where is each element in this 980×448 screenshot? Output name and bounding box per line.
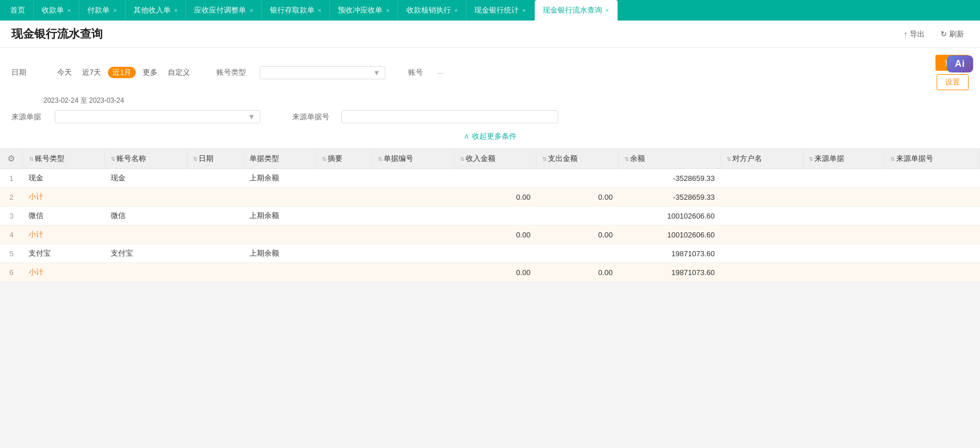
- nav-receipt[interactable]: 收款单 ×: [34, 0, 79, 21]
- nav-advance[interactable]: 预收冲应收单 ×: [330, 0, 398, 21]
- sort-icon: ⇅: [193, 156, 197, 162]
- cell-balance: 19871073.60: [618, 263, 720, 282]
- sort-icon: ⇅: [322, 156, 326, 162]
- cell-doc_type: [244, 225, 316, 244]
- sort-icon: ⇅: [378, 156, 382, 162]
- cell-summary: [316, 263, 372, 282]
- export-button[interactable]: ↑ 导出: [900, 27, 930, 42]
- cell-source_doc: [802, 169, 885, 188]
- cell-account_type: 小计: [23, 263, 105, 282]
- cell-doc_no: [372, 169, 454, 188]
- cell-doc_type: 上期余额: [244, 207, 316, 225]
- account-type-select[interactable]: ▼: [260, 66, 385, 79]
- cell-date: [187, 263, 244, 282]
- cell-source_doc: [802, 263, 885, 282]
- sort-icon: ⇅: [727, 156, 731, 162]
- cell-balance: 100102606.60: [618, 207, 720, 225]
- th-date[interactable]: ⇅日期: [187, 149, 244, 169]
- cell-counterpart: [720, 244, 802, 263]
- cell-date: [187, 244, 244, 263]
- ai-badge[interactable]: Ai: [947, 55, 973, 72]
- close-icon[interactable]: ×: [386, 7, 389, 14]
- sort-icon: ⇅: [29, 156, 34, 162]
- th-income[interactable]: ⇅收入金额: [454, 149, 537, 169]
- date-yesterday[interactable]: [43, 72, 50, 73]
- cell-income: 0.00: [454, 225, 537, 244]
- account-dots[interactable]: ···: [434, 68, 445, 77]
- cell-source_doc: [802, 244, 885, 263]
- date-more[interactable]: 更多: [139, 67, 161, 78]
- th-source-doc-no[interactable]: ⇅来源单据号: [885, 149, 980, 169]
- nav-payment[interactable]: 付款单 ×: [79, 0, 125, 21]
- th-balance[interactable]: ⇅余额: [618, 149, 720, 169]
- cell-doc_type: 上期余额: [244, 244, 316, 263]
- close-icon[interactable]: ×: [113, 7, 116, 14]
- nav-cash-flow[interactable]: 现金银行流水查询 ×: [535, 0, 618, 21]
- cell-summary: [316, 207, 372, 225]
- top-navigation: 首页 收款单 × 付款单 × 其他收入单 × 应收应付调整单 × 银行存取款单 …: [0, 0, 980, 21]
- th-doc-no[interactable]: ⇅单据编号: [372, 149, 454, 169]
- cell-source_doc_no: [885, 244, 980, 263]
- refresh-icon: ↻: [941, 30, 947, 38]
- cell-source_doc_no: [885, 169, 980, 188]
- sort-icon: ⇅: [111, 156, 115, 162]
- row-number: 5: [0, 244, 23, 263]
- filter-area: 日期 今天 近7天 近1月 更多 自定义 账号类型 ▼ 账号 ··· 查询 设置: [0, 48, 980, 149]
- cell-doc_type: [244, 188, 316, 207]
- cell-summary: [316, 225, 372, 244]
- nav-writeoff[interactable]: 收款核销执行 ×: [398, 0, 466, 21]
- source-doc-no-label: 来源单据号: [292, 112, 332, 122]
- th-source-doc[interactable]: ⇅来源单据: [802, 149, 885, 169]
- nav-cash-stats[interactable]: 现金银行统计 ×: [466, 0, 534, 21]
- th-doc-type[interactable]: 单据类型: [244, 149, 316, 169]
- close-icon[interactable]: ×: [522, 7, 526, 14]
- close-icon[interactable]: ×: [249, 7, 253, 14]
- nav-other-income[interactable]: 其他收入单 ×: [126, 0, 186, 21]
- nav-adjustment[interactable]: 应收应付调整单 ×: [186, 0, 261, 21]
- close-icon[interactable]: ×: [67, 7, 71, 14]
- row-number: 3: [0, 207, 23, 225]
- cell-account_name: [105, 225, 187, 244]
- cell-source_doc: [802, 188, 885, 207]
- th-account-type[interactable]: ⇅账号类型: [23, 149, 105, 169]
- cell-expense: 0.00: [537, 188, 619, 207]
- cell-doc_no: [372, 225, 454, 244]
- sort-icon: ⇅: [624, 156, 629, 162]
- th-summary[interactable]: ⇅摘要: [316, 149, 372, 169]
- nav-home[interactable]: 首页: [2, 0, 34, 21]
- nav-bank-deposit[interactable]: 银行存取款单 ×: [262, 0, 330, 21]
- cell-account_name: [105, 188, 187, 207]
- sort-icon: ⇅: [542, 156, 547, 162]
- source-doc-no-input[interactable]: [341, 110, 558, 123]
- date-1month[interactable]: 近1月: [108, 67, 136, 78]
- cell-account_type: 小计: [23, 225, 105, 244]
- close-icon[interactable]: ×: [318, 7, 321, 14]
- settings-button[interactable]: 设置: [937, 74, 969, 90]
- source-doc-select[interactable]: ▼: [55, 110, 260, 123]
- cell-source_doc: [802, 225, 885, 244]
- date-today[interactable]: 今天: [54, 67, 75, 78]
- date-range-row: 2023-02-24 至 2023-03-24: [43, 96, 969, 106]
- cell-balance: -3528659.33: [618, 188, 720, 207]
- cell-date: [187, 169, 244, 188]
- sort-icon: ⇅: [809, 156, 813, 162]
- settings-gear-icon[interactable]: ⚙: [7, 154, 15, 163]
- th-settings[interactable]: ⚙: [0, 149, 23, 169]
- date-custom[interactable]: 自定义: [164, 67, 193, 78]
- collapse-bar[interactable]: ∧ 收起更多条件: [11, 129, 969, 144]
- cell-source_doc_no: [885, 188, 980, 207]
- close-icon[interactable]: ×: [454, 7, 458, 14]
- page-title: 现金银行流水查询: [11, 26, 103, 42]
- close-icon[interactable]: ×: [606, 7, 609, 14]
- th-account-name[interactable]: ⇅账号名称: [105, 149, 187, 169]
- date-7days[interactable]: 近7天: [79, 67, 104, 78]
- collapse-icon: ∧: [463, 132, 470, 140]
- cell-summary: [316, 169, 372, 188]
- table-row: 3微信微信上期余额100102606.60: [0, 207, 980, 225]
- close-icon[interactable]: ×: [174, 7, 178, 14]
- cell-expense: [537, 244, 619, 263]
- th-expense[interactable]: ⇅支出金额: [537, 149, 619, 169]
- cell-account_type: 小计: [23, 188, 105, 207]
- refresh-button[interactable]: ↻ 刷新: [936, 27, 969, 42]
- th-counterpart[interactable]: ⇅对方户名: [720, 149, 802, 169]
